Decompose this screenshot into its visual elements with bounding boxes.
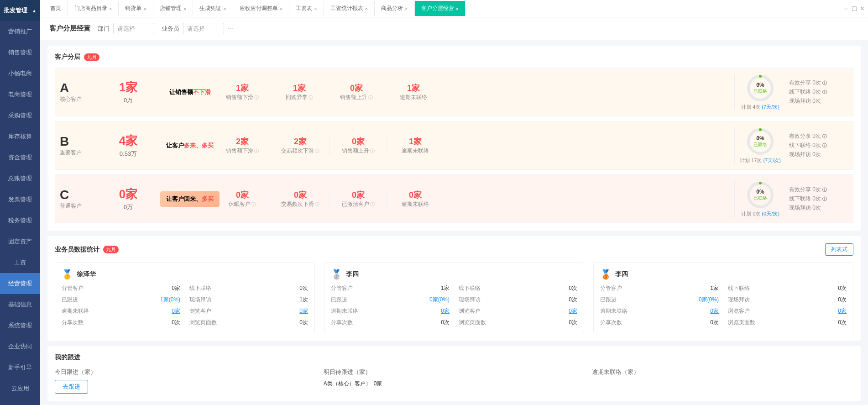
sidebar-item-guide[interactable]: 新手引导 (0, 357, 40, 378)
more-filter-icon[interactable]: ··· (228, 25, 234, 33)
tier-c-stat-1: 0家 交易频次下滑 ⓘ (281, 189, 319, 208)
tier-c-slogan: 让客户回来、多买 (160, 191, 220, 207)
biz-card-2-header: 🥉 李四 (600, 269, 847, 280)
tier-b-stat-1-label: 交易频次下滑 ⓘ (281, 147, 319, 155)
tier-a-stat-2: 0家 销售额上升 ⓘ (338, 83, 375, 101)
close-icon[interactable]: × (183, 6, 186, 11)
sidebar-item-fixed[interactable]: 固定资产 (0, 231, 40, 252)
tier-c-rs-2: 现场拜访 0次 (789, 204, 848, 212)
tier-a-letter: A (60, 81, 96, 95)
list-view-button[interactable]: 列表式 (825, 243, 853, 256)
tier-c-rs-1: 线下联络 0次 ⓘ (789, 195, 848, 203)
customer-tier-section: 客户分层 九月 A 核心客户 1家 0万 让销售额不下滑 (47, 46, 861, 231)
sidebar-item-inventory[interactable]: 库存核算 (0, 126, 40, 147)
maximize-icon[interactable]: □ (852, 5, 857, 13)
sidebar-item-collab[interactable]: 企业协同 (0, 336, 40, 357)
followup-title: 我的跟进 (55, 353, 80, 362)
close-icon[interactable]: × (405, 6, 408, 11)
sidebar-header[interactable]: 批发管理 ▲ (0, 0, 40, 21)
tier-a-stat-1: 1家 回购异常 ⓘ (281, 83, 318, 101)
followup-section: 我的跟进 今日跟进（家） 去跟进 明日待跟进（家） A类（核心）客户） 0家 逾… (47, 346, 861, 401)
sidebar-item-finance[interactable]: 资金管理 (0, 147, 40, 168)
tab-customer-tier[interactable]: 客户分层经营× (415, 1, 465, 16)
tier-b-main-stat: 4家 0.53万 (96, 133, 160, 158)
tier-c-stat-2-label: 已激活客户 ⓘ (340, 200, 376, 208)
biz-card-2-stat-2: 已跟进0家(0%) (600, 296, 719, 304)
tier-b-right-stats: 有效分享 0次 ⓘ 线下联络 0次 ⓘ 现场拜访 0次 (789, 132, 848, 158)
tier-b-label: B 重要客户 (60, 134, 96, 157)
biz-card-0-stat-6: 分享次数0次 (62, 319, 180, 326)
biz-card-0-header: 🥇 徐泽华 (62, 269, 308, 280)
main-content: 首页 门店商品目录× 销货单× 店铺管理× 生成凭证× 应收应付调整单× 工资表… (40, 0, 868, 405)
close-icon[interactable]: × (143, 6, 146, 11)
tier-c-count: 0家 (96, 186, 160, 202)
tab-payroll-report[interactable]: 工资统计报表× (324, 1, 375, 16)
biz-card-0-stat-5: 浏览客户0家 (189, 307, 308, 315)
close-icon[interactable]: × (109, 6, 112, 11)
tier-c-stat-3-count: 0家 (397, 189, 434, 200)
biz-card-2-stats: 分管客户1家 线下联络0次 已跟进0家(0%) 现场拜访0次 逾期未联络0家 浏… (600, 284, 847, 326)
tier-b-circle-chart: 0% 已联络 (746, 127, 775, 156)
tab-voucher[interactable]: 生成凭证× (193, 1, 233, 16)
dept-label: 部门 (98, 25, 110, 33)
tab-sales-order[interactable]: 销货单× (119, 1, 153, 16)
followup-tomorrow-title: 明日待跟进（家） (324, 368, 585, 376)
tab-home[interactable]: 首页 (44, 1, 68, 16)
biz-card-1-name: 李四 (346, 270, 359, 279)
biz-card-1-stat-7: 浏览页面数0次 (459, 319, 577, 326)
tab-products[interactable]: 门店商品目录× (68, 1, 119, 16)
close-icon[interactable]: × (314, 6, 317, 11)
tier-b-amount: 0.53万 (96, 150, 160, 158)
followup-tomorrow-sub: A类（核心）客户） 0家 (324, 380, 585, 388)
tab-goods-analysis[interactable]: 商品分析× (375, 1, 414, 16)
sidebar-item-cloud[interactable]: 云应用 (0, 378, 40, 399)
tier-c-rs-0: 有效分享 0次 ⓘ (789, 186, 848, 194)
biz-card-0-stat-2: 已跟进1家(0%) (62, 296, 180, 304)
tier-a-stat-1-label: 回购异常 ⓘ (281, 94, 318, 101)
sidebar-item-salary[interactable]: 工资 (0, 252, 40, 273)
tier-c-stat-1-count: 0家 (281, 189, 319, 200)
sidebar-item-system[interactable]: 系统管理 (0, 315, 40, 336)
go-followup-button[interactable]: 去跟进 (55, 380, 88, 394)
sidebar-item-purchase[interactable]: 采购管理 (0, 105, 40, 126)
tier-c-letter: C (60, 188, 96, 202)
sidebar-item-invoice[interactable]: 发票管理 (0, 189, 40, 210)
dept-select[interactable]: 请选择 (113, 23, 154, 34)
tier-c-circle-chart: 0% 已联络 (746, 180, 775, 210)
close-icon[interactable]: × (280, 6, 282, 11)
tab-store-mgmt[interactable]: 店铺管理× (153, 1, 193, 16)
tier-b-stat-3: 1家 逾期未联络 (397, 136, 434, 155)
tier-b-letter: B (60, 134, 96, 149)
sales-select[interactable]: 请选择 (183, 23, 224, 34)
sidebar-item-operations[interactable]: 经营管理 (0, 273, 40, 294)
biz-card-1-stat-4: 逾期未联络0家 (331, 307, 450, 315)
sidebar-item-marketing[interactable]: 营销推广 (0, 21, 40, 42)
followup-tomorrow-col: 明日待跟进（家） A类（核心）客户） 0家 (324, 368, 585, 394)
sidebar-item-ecommerce[interactable]: 小畅电商 (0, 63, 40, 84)
tier-a-rs-2: 现场拜访 0次 (789, 97, 848, 105)
tier-grid: A 核心客户 1家 0万 让销售额不下滑 1家 销售额下滑 ⓘ (55, 68, 853, 223)
biz-card-0: 🥇 徐泽华 分管客户0家 线下联络0次 已跟进1家(0%) 现场拜访1次 逾期未… (55, 262, 315, 333)
close-icon[interactable]: × (365, 6, 368, 11)
tier-b-stat-0: 2家 销售额下滑 ⓘ (224, 136, 261, 155)
tab-receivable[interactable]: 应收应付调整单× (233, 1, 289, 16)
sidebar-settings[interactable]: ⚙ (0, 399, 40, 405)
close-icon[interactable]: × (223, 6, 226, 11)
tier-b-rs-1: 线下联络 0次 ⓘ (789, 142, 848, 149)
sidebar-toggle-icon: ▲ (32, 8, 37, 13)
sales-label: 业务员 (162, 25, 179, 33)
tier-b-rs-0: 有效分享 0次 ⓘ (789, 132, 848, 140)
tab-payroll[interactable]: 工资表× (289, 1, 324, 16)
tier-b-stat-3-label: 逾期未联络 (397, 147, 434, 155)
sidebar-item-ecom-mgmt[interactable]: 电商管理 (0, 84, 40, 105)
close-window-icon[interactable]: × (860, 5, 864, 13)
minimize-icon[interactable]: – (844, 5, 848, 13)
tier-c-name: 普通客户 (60, 202, 96, 210)
sidebar-item-tax[interactable]: 税务管理 (0, 210, 40, 231)
customer-tier-header: 客户分层 九月 (55, 53, 853, 61)
tier-a-stat-0-label: 销售额下滑 ⓘ (224, 94, 261, 101)
sidebar-item-ledger[interactable]: 总账管理 (0, 168, 40, 189)
sidebar-item-basics[interactable]: 基础信息 (0, 294, 40, 315)
close-icon[interactable]: × (456, 6, 459, 11)
sidebar-item-sales[interactable]: 销售管理 (0, 42, 40, 63)
